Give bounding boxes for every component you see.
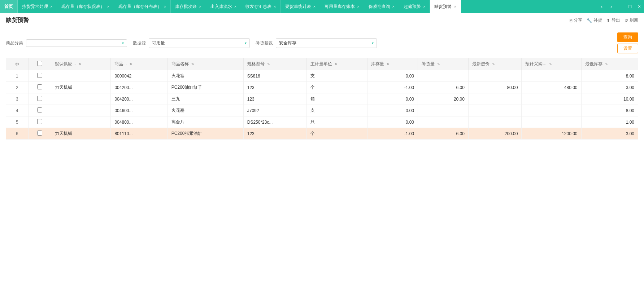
- tab-bar: 首页 拣货异常处理 × 现存量（库存状况表） × 现存量（库存分布表） × 库存…: [0, 0, 644, 13]
- row-checkbox-cell-2[interactable]: [29, 82, 51, 93]
- row-replenish-5: [418, 116, 469, 128]
- select-all-checkbox[interactable]: [37, 61, 42, 66]
- close-tab-collect-summary[interactable]: ×: [274, 4, 276, 9]
- close-tab-demand-stats[interactable]: ×: [313, 4, 316, 9]
- tab-collect-summary[interactable]: 收发存汇总表 ×: [241, 0, 280, 13]
- close-tab-available-ledger[interactable]: ×: [357, 4, 359, 9]
- min-sort-icon: ⇅: [605, 62, 608, 66]
- supplier-column-header[interactable]: 默认供应... ⇅: [51, 58, 111, 70]
- row-replenish-6: 6.00: [418, 128, 469, 140]
- close-tab-defect-processing[interactable]: ×: [50, 4, 52, 9]
- replenish-column-header[interactable]: 补货量 ⇅: [418, 58, 469, 70]
- window-close[interactable]: ×: [635, 0, 644, 13]
- row-unit-1: 支: [306, 70, 367, 82]
- latest-price-column-header[interactable]: 最新进价 ⇅: [468, 58, 522, 70]
- row-stock-3: 0.00: [367, 93, 418, 105]
- row-latest-price-2: 80.00: [468, 82, 522, 93]
- supplier-sort-icon: ⇅: [79, 62, 82, 66]
- tab-available-ledger[interactable]: 可用量库存账本 ×: [320, 0, 364, 13]
- tab-inventory-dist[interactable]: 现存量（库存分布表） ×: [114, 0, 171, 13]
- category-select[interactable]: ▾: [26, 39, 127, 47]
- row-plan-purchase-6: 1200.00: [522, 128, 581, 140]
- row-min-stock-2: 3.00: [581, 82, 638, 93]
- row-name-6: PC200张紧油缸: [167, 128, 243, 140]
- row-checkbox-6[interactable]: [37, 131, 42, 136]
- row-latest-price-4: [468, 105, 522, 116]
- code-column-header[interactable]: 商品... ⇅: [111, 58, 167, 70]
- row-code-5: 004800...: [111, 116, 167, 128]
- tab-inout-flow[interactable]: 出入库流水 ×: [206, 0, 241, 13]
- row-min-stock-4: 8.00: [581, 105, 638, 116]
- plan-purchase-column-header[interactable]: 预计采购... ⇅: [522, 58, 581, 70]
- close-tab-inventory-dist[interactable]: ×: [164, 4, 166, 9]
- tab-inventory-status[interactable]: 现存量（库存状况表） ×: [57, 0, 114, 13]
- close-tab-expiry-query[interactable]: ×: [392, 4, 395, 9]
- window-minimize[interactable]: —: [616, 0, 625, 13]
- row-spec-1: SS816: [243, 70, 306, 82]
- close-tab-inventory-status[interactable]: ×: [107, 4, 109, 9]
- refresh-action[interactable]: ↺ 刷新: [625, 17, 638, 23]
- checkbox-column-header: [29, 58, 51, 70]
- row-checkbox-cell-5[interactable]: [29, 116, 51, 128]
- row-checkbox-cell-6[interactable]: [29, 128, 51, 140]
- row-seq-6: 6: [6, 128, 29, 140]
- tab-shortage-warning[interactable]: 缺货预警 ×: [430, 0, 461, 13]
- close-tab-shortage-warning[interactable]: ×: [454, 4, 456, 9]
- row-supplier-6: 力天机械: [51, 128, 111, 140]
- replenish-action[interactable]: 🔧 补货: [587, 17, 602, 23]
- tab-home[interactable]: 首页: [0, 0, 18, 13]
- settings-button[interactable]: 设置: [617, 44, 638, 53]
- page-header: 缺货预警 ⎘ 分享 🔧 补货 ⬆ 导出 ↺ 刷新: [0, 13, 644, 28]
- window-maximize[interactable]: □: [625, 0, 635, 13]
- close-tab-inout-flow[interactable]: ×: [234, 4, 236, 9]
- row-name-5: 离合片: [167, 116, 243, 128]
- row-unit-6: 个: [306, 128, 367, 140]
- category-select-arrow: ▾: [122, 41, 124, 45]
- unit-column-header[interactable]: 主计量单位 ⇅: [306, 58, 367, 70]
- row-supplier-5: [51, 116, 111, 128]
- replenish-icon: 🔧: [587, 18, 592, 23]
- category-filter-group: 商品分类 ▾: [6, 39, 127, 47]
- row-checkbox-5[interactable]: [37, 119, 42, 124]
- row-checkbox-3[interactable]: [37, 96, 42, 101]
- datasource-select[interactable]: 可用量 ▾: [149, 38, 250, 48]
- table-row: 1 0000042 火花塞 SS816 支 0.00 8.00: [6, 70, 638, 82]
- tab-overstock-warning[interactable]: 超储预警 ×: [399, 0, 430, 13]
- gear-icon: ⚙: [15, 62, 19, 67]
- row-spec-6: 123: [243, 128, 306, 140]
- row-stock-6: -1.00: [367, 128, 418, 140]
- row-latest-price-6: 200.00: [468, 128, 522, 140]
- export-action[interactable]: ⬆ 导出: [606, 17, 620, 23]
- close-tab-overstock-warning[interactable]: ×: [423, 4, 425, 9]
- table-row: 5 004800... 离合片 DS250*23c... 只 0.00 1.00: [6, 116, 638, 128]
- tab-expiry-query[interactable]: 保质期查询 ×: [364, 0, 399, 13]
- gear-column-header[interactable]: ⚙: [6, 58, 29, 70]
- close-tab-batch-account[interactable]: ×: [199, 4, 201, 9]
- row-checkbox-cell-3[interactable]: [29, 93, 51, 105]
- share-action[interactable]: ⎘ 分享: [570, 17, 582, 23]
- header-actions: ⎘ 分享 🔧 补货 ⬆ 导出 ↺ 刷新: [570, 17, 638, 23]
- row-checkbox-1[interactable]: [37, 73, 42, 78]
- query-button[interactable]: 查询: [617, 32, 638, 42]
- replenish-base-select[interactable]: 安全库存 ▾: [276, 38, 377, 48]
- stock-column-header[interactable]: 库存量 ⇅: [367, 58, 418, 70]
- row-checkbox-2[interactable]: [37, 84, 42, 89]
- tab-scroll-prev[interactable]: ‹: [597, 0, 606, 13]
- row-checkbox-cell-4[interactable]: [29, 105, 51, 116]
- row-plan-purchase-1: [522, 70, 581, 82]
- row-unit-2: 个: [306, 82, 367, 93]
- tab-demand-stats[interactable]: 要货单统计表 ×: [281, 0, 320, 13]
- row-spec-3: 123: [243, 93, 306, 105]
- tab-batch-account[interactable]: 库存批次账 ×: [171, 0, 206, 13]
- tab-scroll-next[interactable]: ›: [606, 0, 616, 13]
- name-column-header[interactable]: 商品名称 ⇅: [167, 58, 243, 70]
- row-checkbox-4[interactable]: [37, 107, 42, 112]
- spec-column-header[interactable]: 规格型号 ⇅: [243, 58, 306, 70]
- min-stock-column-header[interactable]: 最低库存 ⇅: [581, 58, 638, 70]
- row-code-2: 004200...: [111, 82, 167, 93]
- tab-defect-processing[interactable]: 拣货异常处理 ×: [18, 0, 57, 13]
- page-content: 缺货预警 ⎘ 分享 🔧 补货 ⬆ 导出 ↺ 刷新 商品分类: [0, 13, 644, 287]
- name-sort-icon: ⇅: [191, 62, 194, 66]
- row-checkbox-cell-1[interactable]: [29, 70, 51, 82]
- row-spec-5: DS250*23c...: [243, 116, 306, 128]
